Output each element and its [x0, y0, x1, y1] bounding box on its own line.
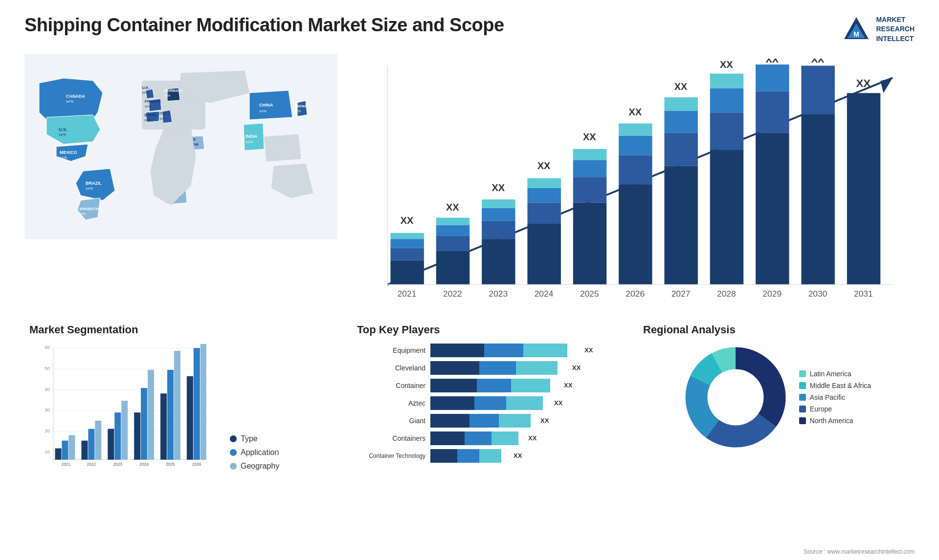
svg-rect-45: [436, 251, 470, 284]
svg-rect-121: [95, 421, 101, 460]
svg-text:2023: 2023: [113, 462, 122, 467]
bar-seg1: [430, 431, 465, 445]
svg-text:xx%: xx%: [159, 117, 166, 120]
svg-text:2021: 2021: [398, 289, 417, 299]
svg-text:CANADA: CANADA: [66, 94, 85, 99]
bar-seg2: [470, 414, 499, 428]
bar-seg2: [465, 431, 492, 445]
legend-latin-america-label: Latin America: [810, 370, 851, 378]
svg-rect-129: [148, 370, 154, 460]
player-bar-cleveland: XX: [430, 361, 624, 375]
legend-type: Type: [230, 434, 279, 443]
player-value-4: XX: [540, 417, 549, 424]
svg-text:xx%: xx%: [294, 109, 301, 113]
svg-rect-60: [527, 178, 560, 188]
bottom-middle: Top Key Players Equipment XX: [352, 319, 915, 475]
bar-seg3: [492, 431, 518, 445]
segmentation-title: Market Segmentation: [29, 323, 333, 336]
player-value-3: XX: [554, 399, 562, 407]
svg-rect-82: [710, 112, 743, 150]
growth-bar-chart: XX 2021 XX 2022 XX 2023: [357, 59, 905, 304]
player-name-giant: Giant: [357, 417, 425, 425]
key-players-section: Top Key Players Equipment XX: [352, 319, 628, 475]
middle-east-color: [799, 382, 806, 389]
svg-text:ARGENTINA: ARGENTINA: [79, 207, 103, 211]
svg-text:2024: 2024: [139, 462, 149, 467]
donut-chart: [682, 344, 789, 451]
asia-pacific-color: [799, 394, 806, 401]
bar-seg2: [479, 361, 516, 375]
player-row-cleveland: Cleveland XX: [357, 361, 624, 375]
player-name-containers: Containers: [357, 434, 425, 442]
main-content: CANADA xx% U.S. xx% MEXICO xx% BRAZIL xx…: [24, 54, 915, 475]
bar-seg3: [511, 379, 550, 392]
svg-text:2030: 2030: [808, 289, 827, 299]
player-bar-containers-bar: XX: [430, 431, 624, 445]
svg-rect-71: [619, 136, 652, 155]
svg-text:FRANCE: FRANCE: [145, 99, 161, 104]
svg-text:10: 10: [45, 449, 50, 454]
player-value-5: XX: [528, 434, 537, 442]
bar-seg1: [430, 414, 470, 428]
key-players-title: Top Key Players: [357, 323, 624, 336]
segmentation-bar-chart: 60 50 40 30 20 10: [29, 344, 215, 471]
svg-rect-52: [482, 221, 515, 239]
svg-text:xx%: xx%: [145, 105, 151, 108]
svg-text:XX: XX: [856, 77, 871, 89]
svg-rect-83: [710, 88, 743, 112]
svg-rect-66: [573, 149, 606, 160]
svg-text:2025: 2025: [166, 462, 175, 467]
svg-text:2022: 2022: [443, 289, 462, 299]
player-bar-container-bar: XX: [430, 379, 624, 392]
bar-seg2: [474, 396, 506, 410]
bar-seg1: [430, 379, 477, 392]
svg-rect-127: [134, 412, 140, 460]
legend-north-america: North America: [799, 417, 871, 425]
svg-text:2031: 2031: [854, 289, 873, 299]
svg-text:XX: XX: [583, 132, 596, 143]
legend-geography: Geography: [230, 462, 279, 471]
latin-america-color: [799, 370, 806, 377]
svg-rect-123: [108, 429, 114, 459]
svg-text:xx%: xx%: [164, 94, 170, 97]
player-name-cleveland: Cleveland: [357, 364, 425, 372]
svg-text:XX: XX: [811, 59, 825, 65]
bar-seg3: [516, 361, 558, 375]
svg-rect-63: [573, 202, 606, 284]
legend-geography-label: Geography: [241, 462, 279, 471]
svg-text:2025: 2025: [580, 289, 599, 299]
type-color: [230, 435, 237, 442]
svg-text:ITALY: ITALY: [159, 111, 170, 116]
legend-north-america-label: North America: [810, 417, 853, 425]
svg-rect-89: [756, 65, 789, 91]
svg-rect-93: [801, 65, 834, 114]
svg-text:XX: XX: [628, 107, 642, 117]
player-row-containers: Containers XX: [357, 431, 624, 445]
segmentation-legend: Type Application Geography: [230, 434, 279, 471]
svg-text:xx%: xx%: [86, 186, 93, 191]
svg-rect-116: [62, 440, 68, 459]
svg-rect-70: [619, 155, 652, 184]
logo-icon: M: [842, 15, 871, 44]
svg-rect-76: [664, 132, 697, 166]
map-section: CANADA xx% U.S. xx% MEXICO xx% BRAZIL xx…: [24, 54, 337, 309]
svg-rect-58: [527, 202, 560, 224]
svg-rect-46: [436, 236, 470, 251]
bar-chart-section: XX 2021 XX 2022 XX 2023: [352, 54, 915, 309]
svg-rect-96: [847, 93, 880, 284]
svg-text:2024: 2024: [535, 289, 554, 299]
svg-rect-128: [141, 388, 147, 460]
legend-asia-pacific: Asia Pacific: [799, 393, 871, 401]
bar-seg3: [479, 449, 501, 463]
svg-point-144: [709, 370, 762, 424]
europe-color: [799, 406, 806, 412]
players-bar-list: Equipment XX Cleveland: [357, 344, 624, 463]
player-name-equipment: Equipment: [357, 346, 425, 354]
svg-rect-59: [527, 188, 560, 203]
page-container: Shipping Container Modification Market S…: [0, 0, 939, 560]
svg-rect-119: [81, 440, 88, 459]
svg-text:GERMANY: GERMANY: [164, 88, 184, 93]
legend-type-label: Type: [241, 434, 258, 443]
svg-rect-57: [527, 224, 560, 284]
svg-text:2022: 2022: [87, 462, 96, 467]
